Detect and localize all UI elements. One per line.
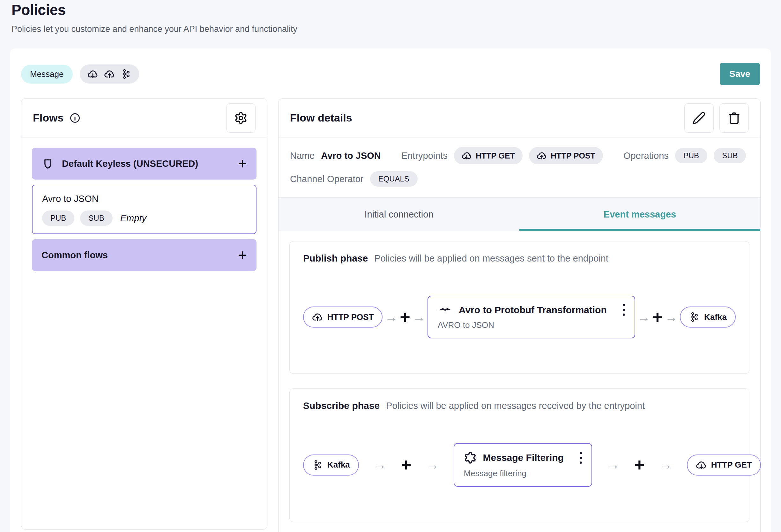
connector-label: Kafka (704, 312, 727, 322)
entrypoint-label: HTTP POST (551, 151, 595, 161)
flow-group-common-flows[interactable]: Common flows + (32, 239, 256, 271)
name-value: Avro to JSON (321, 150, 381, 161)
policy-name: Message Filtering (483, 452, 564, 463)
common-flows-label: Common flows (41, 250, 108, 261)
sub-badge: SUB (80, 211, 112, 226)
cloud-download-icon (462, 150, 472, 161)
add-common-flow-button[interactable]: + (238, 248, 247, 263)
flows-list: Default Keyless (UNSECURED) + Avro to JS… (22, 137, 267, 281)
flow-arrow-icon: → (374, 458, 386, 472)
flow-details-panel: Flow details Name Avro to JSON Entrypoin… (278, 98, 761, 532)
flows-panel-header: Flows (22, 98, 267, 137)
edit-flow-button[interactable] (684, 103, 714, 133)
flows-panel: Flows Default Keyless (UNSECURED) + (21, 98, 268, 530)
flow-meta: Name Avro to JSON Entrypoints HTTP GET H… (279, 137, 760, 198)
delete-flow-button[interactable] (720, 103, 749, 133)
flow-details-header: Flow details (279, 98, 760, 137)
subscribe-policy-chain: Kafka → + → Message Filtering (303, 443, 736, 487)
trash-icon (728, 111, 741, 125)
policy-studio-page: Policies Policies let you customize and … (0, 0, 781, 532)
flows-settings-button[interactable] (226, 103, 255, 133)
avro-icon (438, 307, 452, 313)
policy-name: Avro to Protobuf Transformation (459, 305, 607, 315)
endpoint-node-kafka: Kafka (680, 307, 736, 327)
publish-phase-title: Publish phase (303, 253, 368, 264)
operations-label: Operations (623, 150, 669, 161)
connector-label: HTTP POST (327, 312, 374, 322)
policy-step-message-filtering[interactable]: Message Filtering Message filtering (454, 443, 592, 487)
api-type-badge: Message (21, 65, 73, 84)
info-icon[interactable] (69, 112, 81, 124)
add-policy-button[interactable]: + (400, 310, 410, 324)
publish-phase-description: Policies will be applied on messages sen… (374, 253, 608, 264)
flow-details-title: Flow details (290, 112, 352, 124)
policy-description: Message filtering (464, 469, 582, 478)
pencil-icon (692, 111, 706, 125)
cog-policy-icon (464, 451, 477, 464)
publish-policy-chain: HTTP POST → + → Avro to Protobuf Transfo… (303, 296, 736, 339)
flow-arrow-icon: → (413, 310, 425, 324)
cloud-upload-icon (104, 69, 115, 79)
name-label: Name (290, 150, 315, 161)
connector-label: Kafka (327, 460, 350, 470)
policy-description: AVRO to JSON (438, 320, 625, 330)
policy-menu-button[interactable] (613, 304, 625, 316)
operation-chip-pub: PUB (675, 148, 707, 163)
entrypoint-chip-http-post: HTTP POST (529, 147, 603, 164)
connector-label: HTTP GET (711, 460, 752, 470)
flow-plan-default-keyless[interactable]: Default Keyless (UNSECURED) + (32, 148, 256, 180)
kafka-icon (121, 69, 131, 79)
flows-title: Flows (33, 112, 64, 124)
flow-arrow-icon: → (385, 310, 398, 324)
channel-operator-value-chip: EQUALS (370, 171, 418, 187)
tab-event-messages[interactable]: Event messages (520, 198, 760, 231)
kafka-icon (312, 459, 323, 471)
entrypoints-label: Entrypoints (401, 150, 448, 161)
add-flow-button[interactable]: + (238, 156, 247, 171)
kafka-icon (689, 312, 700, 322)
entrypoint-node-http-post: HTTP POST (303, 307, 382, 327)
tab-initial-connection[interactable]: Initial connection (279, 198, 520, 231)
flow-plan-label: Default Keyless (UNSECURED) (62, 159, 198, 169)
subscribe-phase-description: Policies will be applied on messages rec… (386, 401, 645, 411)
flow-arrow-icon: → (659, 458, 672, 472)
pub-badge: PUB (42, 211, 74, 226)
entrypoint-chip-http-get: HTTP GET (454, 147, 523, 164)
operation-chip-sub: SUB (714, 148, 746, 163)
add-policy-button[interactable]: + (401, 458, 412, 472)
phase-tabs: Initial connection Event messages (279, 198, 760, 231)
page-title: Policies (11, 1, 66, 18)
policy-step-avro-to-protobuf[interactable]: Avro to Protobuf Transformation AVRO to … (427, 296, 635, 339)
flow-name: Avro to JSON (42, 193, 246, 204)
gear-icon (234, 111, 248, 125)
subscribe-phase-title: Subscribe phase (303, 400, 380, 411)
phase-content: Publish phase Policies will be applied o… (279, 231, 760, 532)
flow-arrow-icon: → (607, 458, 620, 472)
flow-arrow-icon: → (665, 310, 677, 324)
flow-condition-label: Empty (120, 213, 147, 224)
cloud-download-icon (696, 459, 707, 471)
flow-arrow-icon: → (426, 458, 439, 472)
policy-studio-container: Message Save Flows (10, 48, 771, 532)
connector-summary-pill (80, 64, 139, 84)
channel-operator-label: Channel Operator (290, 174, 364, 184)
save-button[interactable]: Save (720, 63, 760, 85)
flow-item-selected[interactable]: Avro to JSON PUB SUB Empty (32, 185, 256, 234)
add-policy-button[interactable]: + (652, 310, 663, 324)
shield-icon (41, 157, 54, 170)
page-subtitle: Policies let you customize and enhance y… (11, 24, 297, 34)
entrypoint-label: HTTP GET (476, 151, 515, 161)
publish-phase-card: Publish phase Policies will be applied o… (289, 241, 749, 374)
subscribe-phase-card: Subscribe phase Policies will be applied… (289, 389, 749, 522)
endpoint-node-kafka: Kafka (303, 454, 359, 476)
cloud-upload-icon (537, 150, 547, 161)
studio-toolbar: Message Save (21, 62, 760, 86)
flow-arrow-icon: → (638, 310, 650, 324)
cloud-download-icon (87, 69, 98, 79)
policy-menu-button[interactable] (570, 452, 582, 464)
add-policy-button[interactable]: + (634, 458, 645, 472)
cloud-upload-icon (312, 312, 323, 322)
entrypoint-node-http-get: HTTP GET (687, 454, 761, 476)
